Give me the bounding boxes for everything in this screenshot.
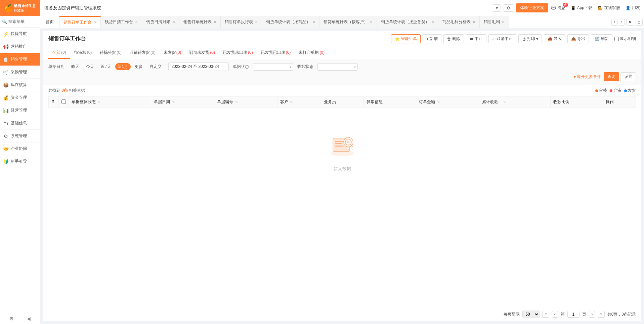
tab-close-8[interactable]: ✕ (473, 20, 475, 24)
sub-tab-1[interactable]: 待审核(0) (70, 47, 96, 59)
sub-tab-4[interactable]: 未发货(0) (160, 47, 185, 59)
app-download-button[interactable]: 📱 App下载 (571, 5, 592, 11)
query-button[interactable]: 查询 (604, 72, 619, 81)
online-service-button[interactable]: 💁 在线客服 (598, 5, 620, 11)
status-select[interactable] (253, 63, 293, 71)
tab-item-6[interactable]: 销货单统计表（按客户）✕ (319, 16, 377, 28)
sub-tab-3[interactable]: 旺铺待发货(0) (126, 47, 160, 59)
tab-expand-button[interactable]: □ (636, 19, 643, 26)
tab-prev-button[interactable]: ‹ (611, 19, 617, 26)
sort-accumulated-icon[interactable]: ⇅ (503, 100, 506, 104)
header-row: ⠿ 单据整体状态 ⇅ 单据日期 ⇅ (49, 96, 636, 108)
date-opt-5[interactable]: 自定义 (147, 63, 164, 70)
sub-tab-count-6: (0) (248, 50, 253, 55)
settings-button[interactable]: ⚙ (504, 4, 513, 12)
sidebar-item-purchase[interactable]: 🛒采购管理 (0, 66, 40, 79)
sidebar-search[interactable]: 🔍 搜索菜单 (0, 16, 40, 28)
collapse-icon[interactable]: ◀ (27, 316, 31, 321)
sort-number-icon[interactable]: ⇅ (235, 100, 238, 104)
cancel-stop-button[interactable]: ↩ 取消中止 (488, 34, 516, 43)
tab-item-5[interactable]: 销货单统计表（按商品）✕ (262, 16, 319, 28)
sidebar-item-system[interactable]: ⚙系统管理 (0, 130, 40, 143)
sidebar-item-marketing[interactable]: 📢营销推广 (0, 40, 40, 53)
date-opt-1[interactable]: 今天 (83, 63, 97, 70)
sidebar-item-guide[interactable]: 🔰新手引导 (0, 155, 40, 168)
sidebar-item-operations[interactable]: 📊经营管理 (0, 104, 40, 117)
tab-next-button[interactable]: › (619, 19, 625, 26)
first-page-button[interactable]: « (542, 311, 549, 318)
tab-close-9[interactable]: ✕ (502, 20, 505, 24)
date-opt-0[interactable]: 昨天 (69, 63, 82, 70)
refresh-button[interactable]: 🔄 刷新 (591, 34, 612, 43)
solution-button[interactable]: 体验行业方案 (516, 3, 548, 12)
tab-label-2: 钱货日清对账 (146, 19, 170, 25)
sidebar-item-sales[interactable]: 📋销售管理 (0, 53, 40, 66)
message-button[interactable]: 💬 6 消息 (551, 5, 565, 11)
tab-close-7[interactable]: ✕ (431, 20, 434, 24)
expand-conditions-button[interactable]: ▾ 展开更多条件 (574, 74, 601, 80)
tab-close-all-button[interactable]: ✕ (626, 19, 634, 26)
date-range-display[interactable]: 2023-02-24 至 2023-03-24 (168, 63, 229, 71)
sort-customer-icon[interactable]: ⇅ (290, 100, 293, 104)
tab-item-8[interactable]: 商品毛利分析表✕ (438, 16, 480, 28)
user-button[interactable]: 👤 用友 (626, 5, 640, 11)
nav-icon-system: ⚙ (3, 133, 9, 139)
tab-home[interactable]: 首页 (40, 16, 59, 28)
tab-close-0[interactable]: ✕ (94, 21, 96, 24)
sub-tab-2[interactable]: 待拣验货(0) (96, 47, 126, 59)
page-input[interactable] (567, 311, 579, 318)
last-page-button[interactable]: » (598, 311, 605, 318)
audit-action-button[interactable]: 审核 (595, 88, 607, 93)
sub-tab-8[interactable]: 未打印单据(0) (295, 47, 329, 59)
tab-item-0[interactable]: 销售订单工作台✕ (59, 16, 101, 28)
sidebar-item-basic-info[interactable]: 🗃基础信息 (0, 117, 40, 130)
sub-tab-7[interactable]: 已发货已出库(0) (257, 47, 295, 59)
cancel-audit-action-button[interactable]: 弃审 (610, 88, 621, 93)
sidebar-item-inventory[interactable]: 📦库存核算 (0, 79, 40, 91)
add-button[interactable]: + 新增 (423, 34, 441, 43)
per-page-select[interactable]: 50 10 20 100 (522, 311, 540, 318)
sort-status-icon[interactable]: ⇅ (97, 100, 100, 104)
date-opt-2[interactable]: 近7天 (98, 63, 114, 70)
sub-tab-6[interactable]: 已发货未出库(0) (219, 47, 257, 59)
tab-close-6[interactable]: ✕ (370, 20, 373, 24)
print-button[interactable]: 🖨 打印 ▾ (518, 34, 542, 43)
tab-close-4[interactable]: ✕ (255, 20, 258, 24)
sub-tab-label-4: 未发货 (164, 50, 176, 55)
sidebar-item-finance[interactable]: 💰资金管理 (0, 91, 40, 104)
export-button[interactable]: 📤 导出 (567, 34, 589, 43)
tab-item-3[interactable]: 销售订单统计表✕ (179, 16, 221, 28)
show-detail-checkbox[interactable] (614, 37, 619, 41)
delete-button[interactable]: 🗑 删除 (443, 34, 464, 43)
sort-date-icon[interactable]: ⇅ (172, 100, 175, 104)
tab-close-1[interactable]: ✕ (135, 20, 138, 24)
date-opt-3[interactable]: 近1月 (115, 63, 131, 70)
payment-select[interactable] (317, 63, 358, 71)
sub-tab-5[interactable]: 到期未发货(0) (185, 47, 219, 59)
sub-tab-0[interactable]: 全部(0) (48, 47, 70, 59)
smart-order-button[interactable]: ⭐ 智能生单 (391, 34, 421, 43)
tab-item-1[interactable]: 钱货日清工作台✕ (101, 16, 142, 28)
settings-filter-button[interactable]: 设置 (620, 72, 636, 81)
tab-close-5[interactable]: ✕ (312, 20, 315, 24)
select-all-checkbox[interactable] (61, 99, 66, 104)
sidebar-item-enterprise[interactable]: 🤝企业协同 (0, 143, 40, 155)
settings-icon[interactable]: ⚙ (9, 316, 14, 321)
import-button[interactable]: 📥 导入 (544, 34, 565, 43)
sort-amount-icon[interactable]: ⇅ (437, 100, 440, 104)
next-page-button[interactable]: › (589, 311, 595, 318)
tab-item-9[interactable]: 销售毛利✕ (480, 16, 509, 28)
date-opt-4[interactable]: 更多 (132, 63, 145, 70)
nav-label-marketing: 营销推广 (11, 44, 27, 49)
tab-close-2[interactable]: ✕ (172, 20, 175, 24)
tab-item-4[interactable]: 销售订单执行表✕ (221, 16, 262, 28)
sidebar-item-quick-nav[interactable]: ⚡快捷导航 (0, 28, 40, 40)
stop-button[interactable]: ⏹ 中止 (466, 34, 486, 43)
tab-item-2[interactable]: 钱货日清对账✕ (142, 16, 179, 28)
tab-close-3[interactable]: ✕ (214, 20, 216, 24)
ship-action-button[interactable]: 发货 (624, 88, 636, 93)
tab-item-7[interactable]: 销货单统计表（按业务员）✕ (377, 16, 438, 28)
system-dropdown-button[interactable]: ▾ (493, 4, 501, 12)
prev-page-button[interactable]: ‹ (552, 311, 558, 318)
show-detail-checkbox-label[interactable]: 显示明细 (614, 36, 636, 42)
